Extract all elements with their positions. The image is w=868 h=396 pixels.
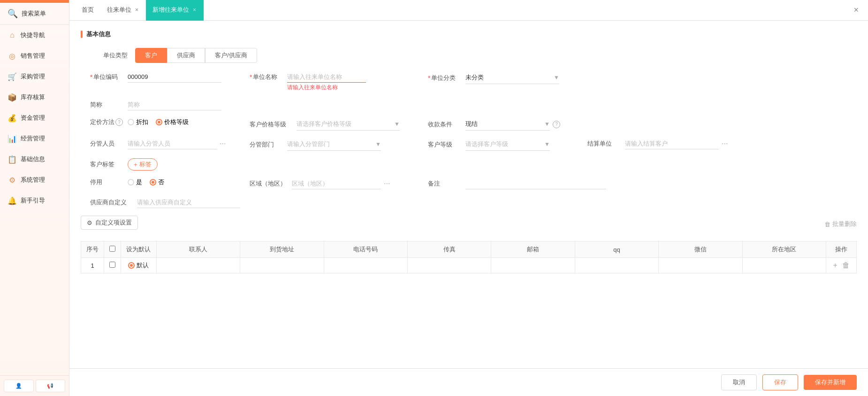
row-wechat[interactable] — [659, 258, 742, 273]
sidebar-item-label: 经营管理 — [21, 134, 45, 143]
field-short-name: 简称 — [90, 99, 250, 110]
row-unit-code-name-category: * 单位编码 * 单位名称 请输入往来单位名称 * 单位分类 — [81, 71, 857, 92]
row-check[interactable] — [109, 262, 115, 268]
disabled-radio-group: 是 否 — [128, 178, 164, 186]
phone-input[interactable] — [329, 263, 403, 269]
sidebar-item-label: 库存核算 — [21, 93, 45, 101]
field-manager: 分管人员 ··· — [90, 138, 250, 149]
tab-new-partner-close[interactable]: × — [192, 7, 197, 13]
custom-settings-label: 自定义项设置 — [95, 218, 132, 227]
pricing-help-icon[interactable]: ? — [115, 118, 123, 126]
row-delete-btn[interactable]: 🗑 — [841, 261, 851, 269]
short-name-input[interactable] — [128, 99, 221, 110]
type-btn-customer[interactable]: 客户 — [135, 48, 167, 63]
cancel-button[interactable]: 取消 — [721, 374, 757, 390]
sidebar-item-sales[interactable]: ◎ 销售管理 — [0, 46, 69, 66]
save-button[interactable]: 保存 — [762, 374, 798, 390]
tab-partners-close[interactable]: × — [134, 7, 139, 13]
email-input[interactable] — [496, 263, 570, 269]
table-header-row: 序号 设为默认 联系人 到货地址 电话号码 传真 邮箱 qq 微信 所在地区 操… — [81, 241, 857, 258]
unit-category-select[interactable]: 未分类 ▼ — [465, 71, 559, 84]
type-btn-supplier[interactable]: 供应商 — [167, 48, 205, 63]
contact-input[interactable] — [161, 263, 235, 269]
radio-discount-circle — [128, 119, 134, 125]
radio-price-level[interactable]: 价格等级 — [156, 118, 189, 126]
system-icon: ⚙ — [8, 175, 17, 185]
radio-yes-label: 是 — [136, 178, 142, 186]
custom-settings-button[interactable]: ⚙ 自定义项设置 — [81, 216, 138, 230]
wechat-input[interactable] — [663, 263, 737, 269]
payment-terms-help-icon[interactable]: ? — [553, 121, 560, 128]
sidebar-item-guide[interactable]: 🔔 新手引导 — [0, 190, 69, 211]
row-default-radio[interactable]: 默认 — [126, 261, 152, 270]
manager-more-btn[interactable]: ··· — [220, 140, 226, 148]
radio-discount[interactable]: 折扣 — [128, 118, 148, 126]
user-btn[interactable]: 👤 — [4, 380, 34, 392]
save-new-button[interactable]: 保存并新增 — [804, 375, 857, 390]
region-more-btn[interactable]: ··· — [384, 179, 390, 188]
settlement-unit-input[interactable] — [625, 138, 719, 149]
settings-gear-icon: ⚙ — [87, 219, 92, 226]
sidebar-item-quick-nav[interactable]: ⌂ 快捷导航 — [0, 25, 69, 46]
section-title: 基本信息 — [81, 30, 857, 39]
row-contact[interactable] — [156, 258, 240, 273]
sidebar-item-label: 基础信息 — [21, 155, 45, 163]
payment-terms-select[interactable]: 现结 ▼ — [465, 118, 550, 131]
row-location[interactable] — [742, 258, 826, 273]
qq-input[interactable] — [580, 263, 654, 269]
location-input[interactable] — [747, 263, 821, 269]
sidebar-bottom: 👤 📢 — [0, 375, 69, 396]
add-tag-icon: + — [134, 161, 137, 168]
address-input[interactable] — [245, 263, 319, 269]
supplier-custom-input[interactable] — [137, 197, 240, 208]
sidebar-search[interactable]: 🔍 搜索菜单 — [0, 3, 69, 25]
unit-code-input[interactable] — [128, 71, 221, 83]
row-qq[interactable] — [575, 258, 658, 273]
contacts-table: 序号 设为默认 联系人 到货地址 电话号码 传真 邮箱 qq 微信 所在地区 操… — [81, 241, 857, 273]
type-btn-both[interactable]: 客户/供应商 — [205, 48, 257, 63]
department-select[interactable]: 请输入分管部门 ▼ — [287, 138, 381, 151]
row-fax[interactable] — [408, 258, 491, 273]
sidebar-item-operations[interactable]: 📊 经营管理 — [0, 128, 69, 149]
settlement-unit-more-btn[interactable]: ··· — [722, 140, 728, 148]
tab-partners[interactable]: 往来单位 × — [100, 0, 146, 21]
sidebar-item-finance[interactable]: 💰 资金管理 — [0, 108, 69, 128]
tab-home[interactable]: 首页 — [75, 0, 100, 21]
select-all-checkbox[interactable] — [109, 246, 115, 252]
sidebar-item-inventory[interactable]: 📦 库存核算 — [0, 87, 69, 108]
tab-home-label: 首页 — [82, 6, 94, 14]
basic-info-icon: 📋 — [8, 155, 17, 164]
unit-name-input[interactable] — [287, 71, 366, 83]
row-phone[interactable] — [324, 258, 407, 273]
notify-btn[interactable]: 📢 — [36, 380, 66, 392]
sidebar: 🔍 搜索菜单 ⌂ 快捷导航 ◎ 销售管理 🛒 采购管理 📦 库存核算 💰 资金管… — [0, 0, 69, 396]
main-content: 首页 往来单位 × 新增往来单位 × × 基本信息 单位类型 客户 供应商 客户… — [69, 0, 868, 396]
row-address[interactable] — [240, 258, 324, 273]
batch-delete-label: 批量删除 — [832, 220, 857, 228]
manager-input[interactable] — [128, 138, 217, 149]
tab-new-partner-label: 新增往来单位 — [152, 6, 189, 14]
field-unit-code: * 单位编码 — [90, 71, 250, 83]
radio-yes[interactable]: 是 — [128, 178, 142, 186]
sidebar-item-purchase[interactable]: 🛒 采购管理 — [0, 66, 69, 87]
section-icon — [81, 31, 83, 38]
region-input[interactable] — [292, 178, 381, 189]
row-add-btn[interactable]: + — [832, 261, 839, 269]
tab-new-partner[interactable]: 新增往来单位 × — [146, 0, 204, 21]
row-supplier-custom: 供应商自定义 — [81, 197, 857, 208]
add-tag-button[interactable]: + 标签 — [128, 158, 158, 171]
customer-price-level-select[interactable]: 请选择客户价格等级 ▼ — [297, 118, 400, 131]
main-close-btn[interactable]: × — [850, 5, 862, 15]
sidebar-item-system[interactable]: ⚙ 系统管理 — [0, 170, 69, 190]
customer-level-select[interactable]: 请选择客户等级 ▼ — [465, 138, 550, 151]
row-email[interactable] — [491, 258, 575, 273]
row-checkbox[interactable] — [104, 258, 121, 273]
sidebar-item-basic-info[interactable]: 📋 基础信息 — [0, 149, 69, 170]
payment-terms-value: 现结 — [465, 120, 478, 128]
batch-delete-btn[interactable]: 🗑 批量删除 — [824, 220, 857, 228]
radio-no[interactable]: 否 — [150, 178, 164, 186]
field-customer-price-level: 客户价格等级 请选择客户价格等级 ▼ — [250, 118, 428, 131]
fax-input[interactable] — [412, 263, 486, 269]
remark-input[interactable] — [465, 178, 606, 189]
quick-nav-icon: ⌂ — [8, 31, 17, 40]
